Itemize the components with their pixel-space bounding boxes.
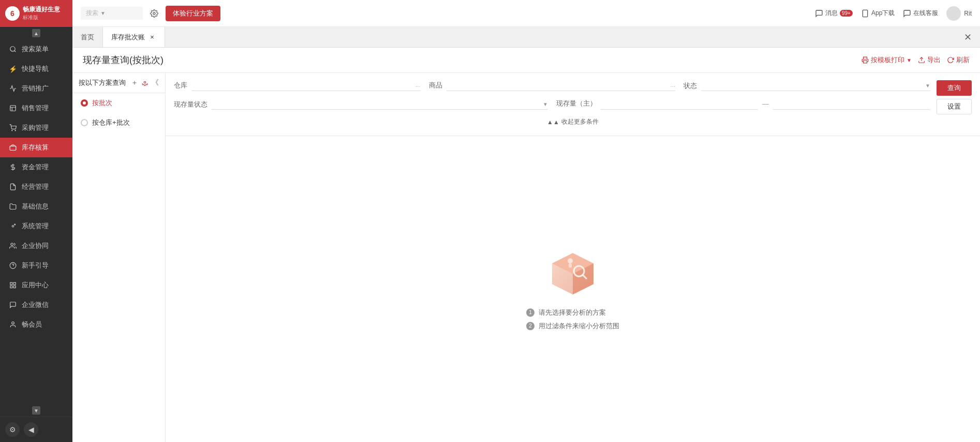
collapse-label: 收起更多条件 [561,117,599,126]
sidebar: 6 畅康通好生意 标准版 ▲ 搜索菜单 ⚡ 快捷导航 营销推广 [0,0,72,442]
sidebar-search-label: 搜索菜单 [22,45,49,54]
topbar-search-area[interactable]: 搜索 ▼ [81,7,143,20]
tab-inventory-batch-label: 库存批次账 [111,33,145,42]
sidebar-item-purchase[interactable]: 采购管理 [0,118,72,138]
tip-2-text: 用过滤条件来缩小分析范围 [539,321,619,331]
message-btn[interactable]: 消息 99+ [815,9,853,18]
collapse-panel-btn[interactable]: 《 [152,78,159,87]
stock-qty-field-group: 现存量（主） — [556,97,930,110]
member-icon [8,320,18,329]
export-btn[interactable]: 导出 [918,55,941,65]
svg-point-14 [12,322,14,325]
stock-qty-max-input[interactable] [773,97,930,110]
topbar-left: 搜索 ▼ 体验行业方案 [81,6,811,21]
sidebar-scroll-down[interactable]: ▼ [32,406,40,415]
sidebar-item-wechat[interactable]: 企业微信 [0,295,72,315]
scheme-by-warehouse-batch-label: 按仓库+批次 [92,118,130,127]
tabbar-close-btn[interactable]: ✕ [961,31,974,43]
content-area: 按以下方案查询 ＋ 《 按批次 [72,73,980,442]
collapse-filters-btn[interactable]: ▲▲ 收起更多条件 [174,114,972,129]
sidebar-header: 6 畅康通好生意 标准版 [0,0,72,27]
sidebar-item-enterprise[interactable]: 企业协同 [0,236,72,256]
sidebar-purchase-label: 采购管理 [22,123,49,132]
radio-by-warehouse-batch [81,119,88,126]
topbar-gear-btn[interactable] [147,6,161,21]
stock-qty-min-field[interactable] [601,99,758,107]
stock-qty-dash: — [762,100,769,108]
left-panel-header: 按以下方案查询 ＋ 《 [72,73,165,93]
collapse-sidebar-btn[interactable]: ◀ [24,422,38,437]
sidebar-scroll-up[interactable]: ▲ [32,29,40,37]
edition-label: 标准版 [23,14,67,21]
svg-point-2 [12,130,12,131]
goods-field-group: 商品 ... [429,79,676,91]
goods-dots-btn[interactable]: ... [670,81,675,89]
message-badge: 99+ [840,10,853,17]
scheme-item-by-warehouse-batch[interactable]: 按仓库+批次 [72,113,165,132]
sidebar-finance-label: 资金管理 [22,163,49,172]
guide-icon [8,261,18,270]
tab-inventory-batch[interactable]: 库存批次账 × [103,27,165,47]
sidebar-enterprise-label: 企业协同 [22,241,49,251]
svg-rect-27 [569,263,572,268]
status-select[interactable]: ▼ [701,81,930,91]
sidebar-item-sales[interactable]: 销售管理 [0,98,72,118]
stock-status-select[interactable]: ▼ [212,99,548,110]
sidebar-item-basic[interactable]: 基础信息 [0,197,72,216]
sidebar-item-shortcut[interactable]: ⚡ 快捷导航 [0,59,72,79]
sidebar-guide-label: 新手引导 [22,261,49,270]
scheme-item-by-batch[interactable]: 按批次 [72,93,165,113]
user-avatar [946,6,961,21]
print-dropdown-icon[interactable]: ▼ [907,57,912,63]
sidebar-item-inventory[interactable]: 库存核算 [0,138,72,157]
sidebar-item-system[interactable]: 系统管理 [0,216,72,236]
sidebar-item-search[interactable]: 搜索菜单 [0,39,72,59]
svg-rect-12 [13,286,16,288]
settings-btn[interactable]: 设置 [937,99,972,114]
topbar: 搜索 ▼ 体验行业方案 消息 99+ App下载 在线客服 [72,0,980,27]
stock-qty-min-input[interactable] [601,97,758,110]
apps-icon [8,281,18,290]
warehouse-input-wrap[interactable]: ... [191,79,421,91]
tab-home[interactable]: 首页 [72,27,103,47]
refresh-btn[interactable]: 刷新 [947,55,970,65]
main-area: 搜索 ▼ 体验行业方案 消息 99+ App下载 在线客服 [72,0,980,442]
online-service-btn[interactable]: 在线客服 [903,9,938,18]
sidebar-item-apps[interactable]: 应用中心 [0,275,72,295]
scheme-settings-btn[interactable] [141,79,149,87]
status-field-group: 状态 ▼ [684,81,930,91]
svg-rect-1 [10,106,16,111]
stock-qty-max-field[interactable] [773,99,930,107]
username-label: Rit [964,10,972,17]
sidebar-item-marketing[interactable]: 营销推广 [0,79,72,98]
industry-btn[interactable]: 体验行业方案 [166,6,220,21]
tab-close-btn[interactable]: × [148,33,156,41]
basic-icon [8,202,18,211]
empty-state: 1 请先选择要分析的方案 2 用过滤条件来缩小分析范围 [166,136,980,442]
sidebar-item-finance[interactable]: 资金管理 [0,157,72,177]
company-name: 畅康通好生意 [23,6,67,14]
page-title: 现存量查询(按批次) [83,54,164,66]
tabbar-right: ✕ [961,31,980,43]
sidebar-item-member[interactable]: 畅会员 [0,315,72,334]
sidebar-item-operation[interactable]: 经营管理 [0,177,72,197]
sidebar-item-guide[interactable]: 新手引导 [0,256,72,275]
print-btn[interactable]: 按模板打印 ▼ [862,55,912,65]
search-icon [8,45,18,54]
warehouse-dots-btn[interactable]: ... [415,81,421,89]
add-scheme-btn[interactable]: ＋ [131,78,138,87]
settings-bottom-btn[interactable]: ⚙ [5,422,20,437]
page-area: 现存量查询(按批次) 按模板打印 ▼ 导出 刷新 [72,48,980,442]
app-download-btn[interactable]: App下载 [861,9,895,18]
left-panel-title: 按以下方案查询 [79,78,126,87]
sidebar-sales-label: 销售管理 [22,104,49,113]
sidebar-apps-label: 应用中心 [22,281,49,290]
query-btn[interactable]: 查询 [937,80,972,96]
inventory-icon [8,143,18,152]
svg-point-7 [11,243,13,246]
sidebar-bottom: ⚙ ◀ [0,417,72,442]
svg-point-6 [12,225,14,227]
topbar-right: 消息 99+ App下载 在线客服 Rit [815,6,972,21]
goods-input-wrap[interactable]: ... [447,79,676,91]
user-area[interactable]: Rit [946,6,972,21]
